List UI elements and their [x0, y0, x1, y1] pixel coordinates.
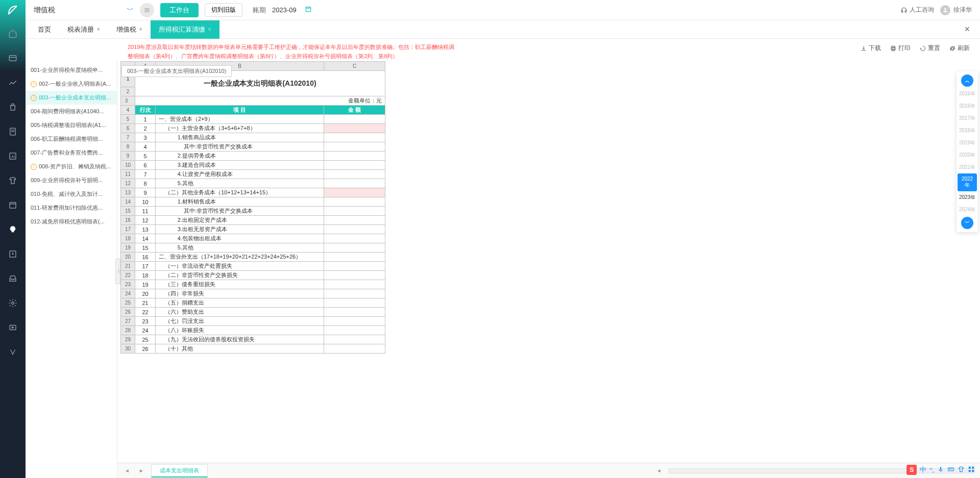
cell-rownum[interactable]: 16 [135, 253, 156, 262]
nav-bag-icon[interactable] [3, 100, 23, 114]
cell-rownum[interactable]: 15 [135, 243, 156, 253]
nav-calendar-icon[interactable] [3, 198, 23, 212]
nav-video-icon[interactable] [3, 320, 23, 335]
cell-amount[interactable] [324, 179, 385, 188]
row-header[interactable]: 7 [121, 133, 135, 142]
ime-skin-icon[interactable] [958, 466, 965, 474]
cell-amount[interactable] [324, 115, 385, 124]
tab-3[interactable]: 所得税汇算清缴× [151, 20, 219, 39]
row-header[interactable]: 14 [121, 197, 135, 207]
cell-item[interactable]: 5.其他 [156, 179, 324, 188]
close-all-tabs-button[interactable]: × [958, 24, 976, 35]
ime-mic-icon[interactable] [937, 466, 944, 474]
cell-item[interactable]: 4.包装物出租成本 [156, 234, 324, 243]
year-nav-down[interactable]: ︾ [961, 217, 973, 229]
nav-home-icon[interactable] [3, 27, 23, 41]
nav-tax-icon[interactable] [3, 222, 23, 237]
cell-amount[interactable] [324, 207, 385, 216]
cell-amount[interactable] [324, 142, 385, 152]
row-header[interactable]: 21 [121, 262, 135, 271]
year-item[interactable]: 2022年 [958, 173, 977, 191]
row-header[interactable]: 9 [121, 152, 135, 161]
menu-button[interactable] [140, 3, 154, 17]
cell-item[interactable]: （七）罚没支出 [156, 317, 324, 326]
cell-item[interactable]: 4.让渡资产使用权成本 [156, 170, 324, 179]
nav-chart-icon[interactable] [3, 76, 23, 90]
ime-mode[interactable]: 中 [920, 465, 926, 474]
cell-item[interactable]: 5.其他 [156, 243, 324, 253]
cell-rownum[interactable]: 25 [135, 335, 156, 344]
row-header[interactable]: 22 [121, 271, 135, 280]
row-header[interactable]: 28 [121, 326, 135, 335]
form-list-item[interactable]: 004-期间费用明细表(A1040... [26, 105, 117, 118]
cell-item[interactable]: （三）债务重组损失 [156, 280, 324, 289]
cell-amount[interactable] [324, 271, 385, 280]
cell-rownum[interactable]: 10 [135, 197, 156, 207]
cell-amount[interactable] [324, 225, 385, 234]
cell-rownum[interactable]: 9 [135, 188, 156, 197]
download-button[interactable]: 下载 [861, 44, 881, 53]
cell-rownum[interactable]: 19 [135, 280, 156, 289]
nav-inbox-icon[interactable] [3, 271, 23, 286]
cell-item[interactable]: （六）赞助支出 [156, 308, 324, 317]
reset-button[interactable]: 重置 [920, 44, 940, 53]
old-version-button[interactable]: 切到旧版 [205, 3, 242, 17]
cell-amount[interactable] [324, 188, 385, 197]
spreadsheet[interactable]: A B C 1 一般企业成本支出明细表(A102010) 2 3 金额单位：元 [120, 61, 385, 354]
cell-item[interactable]: 一、营业成本（2+9） [156, 115, 324, 124]
form-list-item[interactable]: !008-资产折旧、摊销及纳税... [26, 160, 117, 173]
row-header[interactable]: 27 [121, 317, 135, 326]
cell-amount[interactable] [324, 124, 385, 133]
cell-amount[interactable] [324, 262, 385, 271]
row-header[interactable]: 10 [121, 161, 135, 170]
ime-logo-icon[interactable]: S [906, 465, 917, 475]
row-header[interactable]: 4 [121, 106, 135, 115]
tab-close-icon[interactable]: × [208, 27, 211, 32]
row-header[interactable]: 3 [121, 96, 135, 106]
cell-amount[interactable] [324, 289, 385, 298]
row-header[interactable]: 19 [121, 243, 135, 253]
cell-item[interactable]: （二）其他业务成本（10+12+13+14+15） [156, 188, 324, 197]
nav-settings-icon[interactable] [3, 296, 23, 310]
company-dropdown[interactable]: 增值税 ﹀ [34, 6, 134, 15]
cell-rownum[interactable]: 4 [135, 142, 156, 152]
cell-rownum[interactable]: 17 [135, 262, 156, 271]
form-list-item[interactable]: 007-广告费和业务宣传费跨... [26, 146, 117, 160]
row-header[interactable]: 16 [121, 216, 135, 225]
cell-item[interactable]: （十）其他 [156, 344, 324, 354]
consult-link[interactable]: 人工咨询 [900, 6, 934, 14]
cell-amount[interactable] [324, 317, 385, 326]
cell-item[interactable]: 2.提供劳务成本 [156, 152, 324, 161]
year-nav-up[interactable]: ︽ [961, 74, 973, 87]
cell-rownum[interactable]: 12 [135, 216, 156, 225]
form-list-item[interactable]: !003-一般企业成本支出明细... [26, 91, 117, 105]
ime-keyboard-icon[interactable] [947, 466, 954, 474]
cell-item[interactable]: 1.销售商品成本 [156, 133, 324, 142]
cell-amount[interactable] [324, 152, 385, 161]
cell-rownum[interactable]: 20 [135, 289, 156, 298]
cell-amount[interactable] [324, 161, 385, 170]
cell-item[interactable]: （四）非常损失 [156, 289, 324, 298]
cell-item[interactable]: 二、营业外支出（17+18+19+20+21+22+23+24+25+26） [156, 253, 324, 262]
cell-item[interactable]: 1.材料销售成本 [156, 197, 324, 207]
cell-amount[interactable] [324, 170, 385, 179]
form-list-item[interactable]: 006-职工薪酬纳税调整明细... [26, 132, 117, 146]
form-list-item[interactable]: 010-免税、减计收入及加计... [26, 187, 117, 201]
cell-amount[interactable] [324, 197, 385, 207]
row-header[interactable]: 5 [121, 115, 135, 124]
row-header[interactable]: 20 [121, 253, 135, 262]
cell-amount[interactable] [324, 298, 385, 308]
tab-0[interactable]: 首页 [30, 20, 59, 39]
cell-amount[interactable] [324, 280, 385, 289]
cell-rownum[interactable]: 22 [135, 308, 156, 317]
cell-item[interactable]: （九）无法收回的债券股权投资损失 [156, 335, 324, 344]
cell-rownum[interactable]: 23 [135, 317, 156, 326]
year-item[interactable]: 2023年 [957, 191, 978, 204]
row-header[interactable]: 24 [121, 289, 135, 298]
row-header[interactable]: 13 [121, 188, 135, 197]
cell-amount[interactable] [324, 243, 385, 253]
row-header[interactable]: 17 [121, 225, 135, 234]
sheet-nav-next[interactable]: ► [137, 466, 146, 475]
form-list-item[interactable]: !002-一般企业收入明细表(A... [26, 77, 117, 91]
print-button[interactable]: 打印 [890, 44, 911, 53]
